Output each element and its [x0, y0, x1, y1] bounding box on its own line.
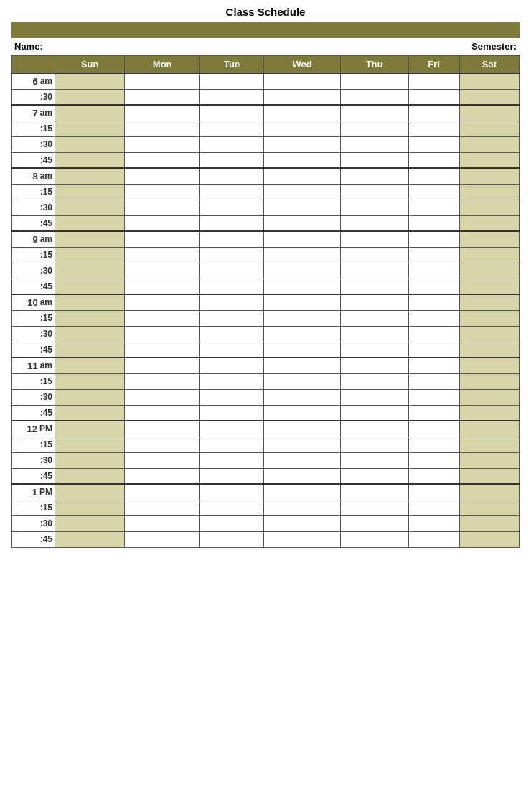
cell-sun-11-0[interactable]: [55, 358, 125, 373]
cell-tue-9-2[interactable]: [199, 263, 263, 279]
cell-wed-12-0[interactable]: [264, 421, 340, 437]
cell-fri-9-1[interactable]: [408, 247, 459, 263]
cell-mon-8-1[interactable]: [125, 184, 200, 200]
cell-tue-10-3[interactable]: [199, 342, 263, 358]
cell-thu-1-2[interactable]: [340, 515, 408, 531]
cell-tue-12-0[interactable]: [199, 421, 263, 437]
cell-sun-11-1[interactable]: [55, 373, 125, 389]
cell-sat-10-3[interactable]: [459, 342, 519, 358]
cell-sat-10-2[interactable]: [459, 326, 519, 342]
cell-fri-7-1[interactable]: [408, 121, 459, 136]
cell-wed-9-1[interactable]: [264, 247, 340, 263]
cell-fri-10-3[interactable]: [408, 342, 459, 358]
cell-mon-11-2[interactable]: [125, 389, 200, 405]
cell-mon-6-1[interactable]: [125, 89, 200, 105]
cell-fri-11-3[interactable]: [408, 405, 459, 421]
cell-sun-7-1[interactable]: [55, 121, 125, 136]
cell-wed-1-0[interactable]: [264, 484, 340, 500]
cell-tue-7-1[interactable]: [199, 121, 263, 136]
cell-sat-8-3[interactable]: [459, 215, 519, 231]
cell-tue-12-3[interactable]: [199, 468, 263, 484]
cell-sun-10-3[interactable]: [55, 342, 125, 358]
cell-wed-12-2[interactable]: [264, 452, 340, 468]
cell-fri-10-1[interactable]: [408, 310, 459, 326]
cell-tue-1-0[interactable]: [199, 484, 263, 500]
cell-sat-7-2[interactable]: [459, 136, 519, 152]
cell-sun-11-2[interactable]: [55, 389, 125, 405]
cell-sun-12-1[interactable]: [55, 437, 125, 452]
cell-tue-9-3[interactable]: [199, 279, 263, 294]
cell-sun-12-2[interactable]: [55, 452, 125, 468]
cell-wed-9-0[interactable]: [264, 231, 340, 247]
cell-sun-11-3[interactable]: [55, 405, 125, 421]
cell-mon-1-2[interactable]: [125, 515, 200, 531]
cell-sun-9-3[interactable]: [55, 279, 125, 294]
cell-mon-6-0[interactable]: [125, 73, 200, 89]
cell-sat-9-0[interactable]: [459, 231, 519, 247]
cell-tue-10-1[interactable]: [199, 310, 263, 326]
cell-sat-10-0[interactable]: [459, 294, 519, 310]
cell-sat-9-3[interactable]: [459, 279, 519, 294]
cell-fri-9-2[interactable]: [408, 263, 459, 279]
cell-mon-9-0[interactable]: [125, 231, 200, 247]
cell-sun-8-3[interactable]: [55, 215, 125, 231]
cell-wed-7-2[interactable]: [264, 136, 340, 152]
cell-fri-9-3[interactable]: [408, 279, 459, 294]
cell-fri-7-3[interactable]: [408, 152, 459, 168]
cell-thu-11-1[interactable]: [340, 373, 408, 389]
cell-wed-10-0[interactable]: [264, 294, 340, 310]
cell-sun-8-2[interactable]: [55, 200, 125, 215]
cell-fri-11-1[interactable]: [408, 373, 459, 389]
cell-thu-12-0[interactable]: [340, 421, 408, 437]
cell-mon-7-3[interactable]: [125, 152, 200, 168]
cell-fri-8-3[interactable]: [408, 215, 459, 231]
cell-tue-8-3[interactable]: [199, 215, 263, 231]
cell-fri-11-2[interactable]: [408, 389, 459, 405]
cell-tue-1-2[interactable]: [199, 515, 263, 531]
cell-mon-1-3[interactable]: [125, 531, 200, 547]
cell-fri-1-2[interactable]: [408, 515, 459, 531]
cell-wed-12-3[interactable]: [264, 468, 340, 484]
cell-sun-1-0[interactable]: [55, 484, 125, 500]
cell-sat-8-2[interactable]: [459, 200, 519, 215]
cell-mon-8-2[interactable]: [125, 200, 200, 215]
cell-tue-6-0[interactable]: [199, 73, 263, 89]
cell-tue-7-0[interactable]: [199, 105, 263, 121]
cell-sat-12-3[interactable]: [459, 468, 519, 484]
cell-wed-11-2[interactable]: [264, 389, 340, 405]
cell-sat-1-3[interactable]: [459, 531, 519, 547]
cell-mon-12-0[interactable]: [125, 421, 200, 437]
cell-wed-1-2[interactable]: [264, 515, 340, 531]
cell-sun-6-0[interactable]: [55, 73, 125, 89]
cell-thu-9-1[interactable]: [340, 247, 408, 263]
cell-thu-6-0[interactable]: [340, 73, 408, 89]
cell-sun-10-2[interactable]: [55, 326, 125, 342]
cell-wed-12-1[interactable]: [264, 437, 340, 452]
cell-sun-7-2[interactable]: [55, 136, 125, 152]
cell-sun-8-1[interactable]: [55, 184, 125, 200]
cell-mon-10-2[interactable]: [125, 326, 200, 342]
cell-tue-11-1[interactable]: [199, 373, 263, 389]
cell-mon-7-0[interactable]: [125, 105, 200, 121]
cell-fri-11-0[interactable]: [408, 358, 459, 373]
cell-wed-10-2[interactable]: [264, 326, 340, 342]
cell-mon-7-1[interactable]: [125, 121, 200, 136]
cell-tue-7-2[interactable]: [199, 136, 263, 152]
cell-wed-6-1[interactable]: [264, 89, 340, 105]
cell-sat-10-1[interactable]: [459, 310, 519, 326]
cell-sat-9-2[interactable]: [459, 263, 519, 279]
cell-wed-11-3[interactable]: [264, 405, 340, 421]
cell-mon-12-3[interactable]: [125, 468, 200, 484]
cell-mon-8-0[interactable]: [125, 168, 200, 184]
cell-fri-8-2[interactable]: [408, 200, 459, 215]
cell-sun-1-3[interactable]: [55, 531, 125, 547]
cell-wed-7-3[interactable]: [264, 152, 340, 168]
cell-mon-11-1[interactable]: [125, 373, 200, 389]
cell-thu-1-1[interactable]: [340, 500, 408, 515]
cell-tue-10-2[interactable]: [199, 326, 263, 342]
cell-tue-12-1[interactable]: [199, 437, 263, 452]
cell-mon-9-3[interactable]: [125, 279, 200, 294]
cell-sun-7-3[interactable]: [55, 152, 125, 168]
cell-tue-11-2[interactable]: [199, 389, 263, 405]
cell-sat-12-2[interactable]: [459, 452, 519, 468]
